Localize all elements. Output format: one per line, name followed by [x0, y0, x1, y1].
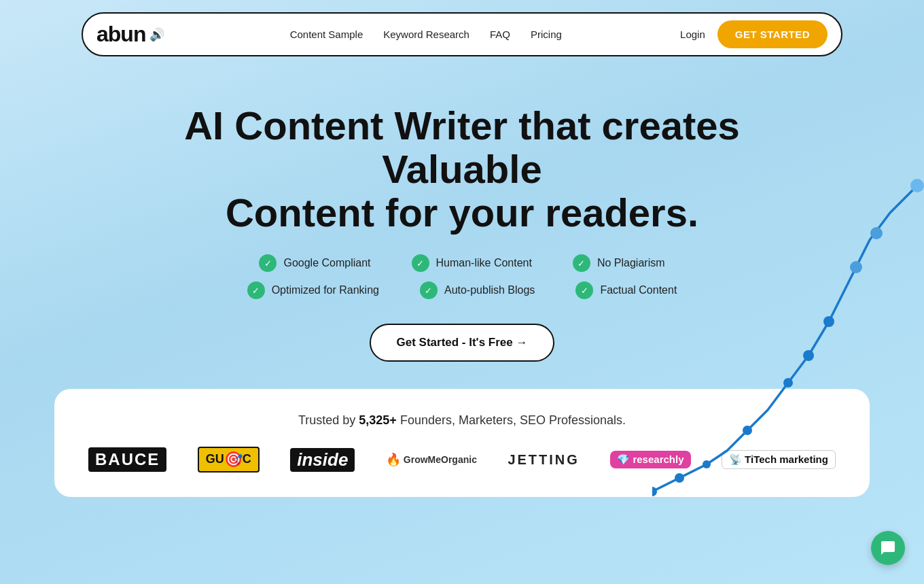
feature-label: Auto-publish Blogs [444, 284, 535, 296]
svg-point-7 [850, 261, 862, 273]
svg-point-4 [783, 378, 793, 388]
feature-optimized-ranking: ✓ Optimized for Ranking [247, 281, 379, 299]
trusted-suffix: Founders, Marketers, SEO Professionals. [397, 413, 626, 427]
feature-label: Factual Content [600, 284, 677, 296]
feature-no-plagiarism: ✓ No Plagiarism [573, 254, 665, 272]
navbar: abun 🔊 Content Sample Keyword Research F… [82, 12, 842, 56]
get-started-button[interactable]: GET STARTED [717, 20, 828, 48]
brand-researchly: 💎 researchly [610, 451, 690, 468]
trusted-text: Trusted by 5,325+ Founders, Marketers, S… [88, 413, 836, 428]
feature-label: Optimized for Ranking [272, 284, 379, 296]
hero-title: AI Content Writer that creates Valuable … [156, 104, 768, 234]
feature-label: Google Compliant [283, 257, 370, 269]
sound-icon: 🔊 [149, 27, 164, 42]
nav-links: Content Sample Keyword Research FAQ Pric… [193, 29, 658, 40]
logo[interactable]: abun 🔊 [96, 22, 164, 47]
chat-bubble-button[interactable] [871, 531, 905, 565]
brand-growmeorganic: 🔥 GrowMeOrganic [386, 452, 477, 467]
logo-text: abun [96, 22, 145, 47]
brand-bauce: BAUCE [88, 447, 166, 472]
feature-label: No Plagiarism [597, 257, 665, 269]
nav-pricing[interactable]: Pricing [531, 29, 562, 40]
trusted-section: Trusted by 5,325+ Founders, Marketers, S… [54, 389, 870, 497]
brand-jetting: JETTING [508, 452, 579, 468]
brand-guoc: GU🎯C [198, 447, 260, 473]
check-icon: ✓ [247, 281, 265, 299]
features-grid: ✓ Google Compliant ✓ Human-like Content … [207, 254, 717, 299]
feature-human-like: ✓ Human-like Content [412, 254, 532, 272]
svg-point-6 [823, 316, 834, 327]
check-icon: ✓ [575, 281, 593, 299]
check-icon: ✓ [573, 254, 590, 272]
svg-point-5 [803, 350, 814, 361]
nav-content-sample[interactable]: Content Sample [290, 29, 363, 40]
trusted-prefix: Trusted by [298, 413, 359, 427]
login-link[interactable]: Login [680, 29, 705, 40]
feature-auto-publish: ✓ Auto-publish Blogs [420, 281, 535, 299]
nav-wrapper: abun 🔊 Content Sample Keyword Research F… [0, 0, 924, 56]
svg-point-8 [870, 227, 883, 239]
hero-section: AI Content Writer that creates Valuable … [0, 56, 924, 362]
brand-logos-row: BAUCE GU🎯C inside 🔥 GrowMeOrganic JETTIN… [88, 447, 836, 473]
feature-factual: ✓ Factual Content [575, 281, 677, 299]
brand-inside: inside [290, 448, 355, 472]
hero-cta-button[interactable]: Get Started - It's Free → [370, 324, 555, 362]
trusted-count: 5,325+ [359, 413, 397, 427]
brand-titech: 📡 TiTech marketing [722, 450, 836, 469]
svg-point-9 [910, 179, 924, 192]
check-icon: ✓ [412, 254, 429, 272]
check-icon: ✓ [420, 281, 438, 299]
nav-keyword-research[interactable]: Keyword Research [383, 29, 469, 40]
feature-label: Human-like Content [436, 257, 532, 269]
check-icon: ✓ [259, 254, 277, 272]
feature-google-compliant: ✓ Google Compliant [259, 254, 370, 272]
nav-faq[interactable]: FAQ [490, 29, 510, 40]
nav-right: Login GET STARTED [680, 20, 828, 48]
